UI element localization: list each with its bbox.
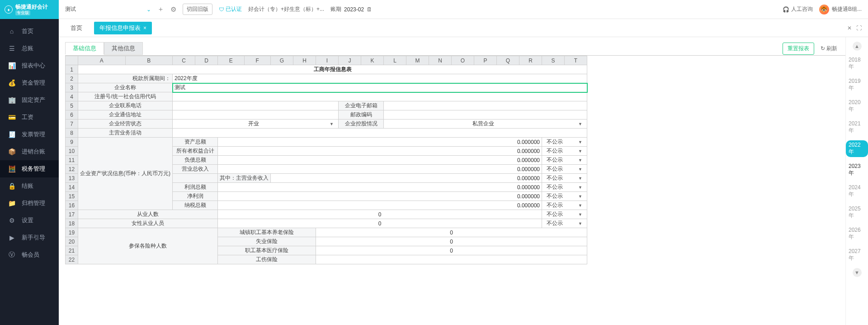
col-header[interactable]: D bbox=[195, 56, 218, 65]
row-header[interactable]: 8 bbox=[66, 129, 78, 138]
row-header[interactable]: 6 bbox=[66, 110, 78, 119]
company-selector[interactable]: 测试 ⌄ bbox=[65, 5, 151, 13]
nav-item-10[interactable]: 📁归档管理 bbox=[0, 195, 59, 212]
nav-item-9[interactable]: 🔒结账 bbox=[0, 177, 59, 195]
row-header[interactable]: 17 bbox=[66, 210, 78, 219]
switch-old-version-button[interactable]: 切回旧版 bbox=[183, 4, 212, 15]
col-header[interactable]: P bbox=[474, 56, 497, 65]
nav-icon: Ⓥ bbox=[8, 251, 15, 258]
col-header[interactable]: S bbox=[542, 56, 565, 65]
col-header[interactable]: B bbox=[125, 56, 173, 65]
add-icon[interactable]: ＋ bbox=[157, 5, 164, 14]
col-header[interactable]: F bbox=[244, 56, 271, 65]
row-header[interactable]: 3 bbox=[66, 83, 78, 92]
year-2024年[interactable]: 2024年 bbox=[846, 183, 868, 200]
col-header[interactable]: J bbox=[339, 56, 361, 65]
row-header[interactable]: 21 bbox=[66, 246, 78, 255]
row-header[interactable]: 22 bbox=[66, 255, 78, 264]
publicity-select[interactable]: 不公示▼ bbox=[542, 156, 587, 165]
nav-item-8[interactable]: 🧮税务管理 bbox=[0, 160, 59, 177]
year-2023年[interactable]: 2023年 bbox=[846, 162, 868, 178]
year-2021年[interactable]: 2021年 bbox=[846, 119, 868, 136]
row-header[interactable]: 13 bbox=[66, 174, 78, 183]
publicity-select[interactable]: 不公示▼ bbox=[542, 192, 587, 201]
row-header[interactable]: 7 bbox=[66, 119, 78, 129]
col-header[interactable]: H bbox=[293, 56, 316, 65]
year-2020年[interactable]: 2020年 bbox=[846, 98, 868, 115]
col-header[interactable]: T bbox=[565, 56, 587, 65]
subtab-other-info[interactable]: 其他信息 bbox=[104, 42, 143, 55]
row-header[interactable]: 2 bbox=[66, 74, 78, 83]
col-header[interactable]: L bbox=[384, 56, 406, 65]
col-header[interactable]: G bbox=[271, 56, 293, 65]
col-header[interactable]: I bbox=[316, 56, 339, 65]
col-header[interactable]: C bbox=[173, 56, 195, 65]
col-header[interactable]: N bbox=[429, 56, 452, 65]
row-header[interactable]: 10 bbox=[66, 147, 78, 156]
close-all-icon[interactable]: ✕ bbox=[847, 25, 852, 31]
year-2022年[interactable]: 2022年 bbox=[846, 140, 868, 157]
tab-home[interactable]: 首页 bbox=[65, 22, 88, 34]
col-header[interactable]: R bbox=[519, 56, 542, 65]
row-header[interactable]: 1 bbox=[66, 65, 78, 74]
refresh-button[interactable]: ↻刷新 bbox=[821, 43, 837, 55]
year-2019年[interactable]: 2019年 bbox=[846, 76, 868, 93]
row-header[interactable]: 15 bbox=[66, 192, 78, 201]
gear-icon[interactable]: ⚙ bbox=[170, 5, 176, 14]
publicity-select[interactable]: 不公示▼ bbox=[542, 201, 587, 210]
nav-item-4[interactable]: 🏢固定资产 bbox=[0, 91, 59, 109]
row-header[interactable]: 12 bbox=[66, 165, 78, 174]
publicity-select[interactable]: 不公示▼ bbox=[542, 165, 587, 174]
subtab-basic-info[interactable]: 基础信息 bbox=[65, 42, 104, 55]
col-header[interactable]: E bbox=[218, 56, 245, 65]
status-select[interactable]: 开业▼ bbox=[173, 119, 339, 129]
col-header[interactable]: K bbox=[361, 56, 384, 65]
row-header[interactable]: 4 bbox=[66, 92, 78, 101]
publicity-select[interactable]: 不公示▼ bbox=[542, 174, 587, 183]
row-header[interactable]: 11 bbox=[66, 156, 78, 165]
nav-item-1[interactable]: ☰总账 bbox=[0, 40, 59, 57]
year-down-icon[interactable]: ▼ bbox=[853, 268, 862, 277]
nav-item-6[interactable]: 🧾发票管理 bbox=[0, 126, 59, 143]
col-header[interactable]: Q bbox=[497, 56, 519, 65]
nav-item-0[interactable]: ⌂首页 bbox=[0, 23, 59, 40]
nav-item-2[interactable]: 📊报表中心 bbox=[0, 57, 59, 74]
tab-annual-report[interactable]: 年报信息申报表× bbox=[94, 22, 152, 34]
col-header[interactable]: M bbox=[406, 56, 429, 65]
period[interactable]: 账期 2023-02 🗓 bbox=[330, 5, 372, 13]
row-header[interactable]: 9 bbox=[66, 138, 78, 147]
row-header[interactable]: 14 bbox=[66, 183, 78, 192]
publicity-select[interactable]: 不公示▼ bbox=[542, 138, 587, 147]
year-2026年[interactable]: 2026年 bbox=[846, 225, 868, 242]
user-menu[interactable]: 🐯 畅捷通B组... bbox=[819, 5, 862, 14]
publicity-select[interactable]: 不公示▼ bbox=[542, 183, 587, 192]
row-header[interactable]: 19 bbox=[66, 228, 78, 237]
certified-badge[interactable]: 🛡已认证 bbox=[219, 5, 242, 13]
row-header[interactable]: 20 bbox=[66, 237, 78, 246]
nav-item-5[interactable]: 💳工资 bbox=[0, 109, 59, 126]
fullscreen-icon[interactable]: ⛶ bbox=[856, 25, 862, 31]
nav-item-12[interactable]: ▶新手引导 bbox=[0, 229, 59, 246]
row-header[interactable]: 18 bbox=[66, 219, 78, 228]
nav-item-7[interactable]: 📦进销台账 bbox=[0, 143, 59, 160]
col-header[interactable]: O bbox=[452, 56, 474, 65]
nav-item-11[interactable]: ⚙设置 bbox=[0, 212, 59, 229]
col-header[interactable] bbox=[66, 56, 78, 65]
nav-item-13[interactable]: Ⓥ畅会员 bbox=[0, 246, 59, 263]
regno-cell[interactable] bbox=[173, 92, 587, 101]
publicity-select[interactable]: 不公示▼ bbox=[542, 147, 587, 156]
year-2018年[interactable]: 2018年 bbox=[846, 55, 868, 72]
row-header[interactable]: 16 bbox=[66, 201, 78, 210]
spreadsheet[interactable]: ABCDEFGHIJKLMNOPQRST1工商年报信息表2税款所属期间：2022… bbox=[65, 56, 587, 264]
support-link[interactable]: 🎧人工咨询 bbox=[783, 5, 813, 13]
year-2027年[interactable]: 2027年 bbox=[846, 247, 868, 263]
year-up-icon[interactable]: ▲ bbox=[853, 42, 862, 51]
close-icon[interactable]: × bbox=[143, 25, 146, 31]
row-header[interactable]: 5 bbox=[66, 101, 78, 110]
nav-item-3[interactable]: 💰资金管理 bbox=[0, 74, 59, 91]
year-2025年[interactable]: 2025年 bbox=[846, 204, 868, 221]
reset-report-button[interactable]: 重置报表 bbox=[783, 43, 814, 55]
company-name-cell[interactable]: 测试 bbox=[173, 83, 587, 92]
holding-select[interactable]: 私营企业▼ bbox=[384, 119, 587, 129]
col-header[interactable]: A bbox=[78, 56, 126, 65]
